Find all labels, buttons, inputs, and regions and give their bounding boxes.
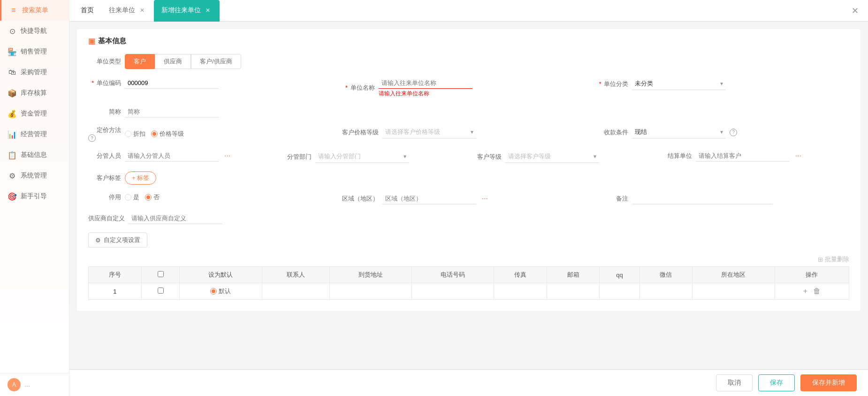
col-wechat: 微信 bbox=[640, 267, 693, 283]
form-row-codes: * 单位编码 * 单位名称 请输入往来单位名称 bbox=[88, 78, 849, 98]
form-item-unit-code: * 单位编码 bbox=[88, 78, 342, 89]
sidebar-item-guide[interactable]: 🎯 新手引导 bbox=[0, 186, 69, 207]
sidebar-item-search[interactable]: ≡ 搜索菜单 bbox=[0, 0, 69, 21]
cell-contact bbox=[262, 283, 329, 300]
form-item-region: 区域（地区） ··· bbox=[342, 193, 596, 204]
form-row-supplier-custom: 供应商自定义 bbox=[88, 213, 849, 224]
col-contact: 联系人 bbox=[262, 267, 329, 283]
custom-settings-button[interactable]: ⚙ 自定义项设置 bbox=[88, 233, 147, 248]
level-arrow-icon: ▾ bbox=[594, 153, 596, 160]
cell-wechat bbox=[640, 283, 693, 300]
dept-label: 分管部门 bbox=[279, 153, 312, 161]
sidebar-item-purchase[interactable]: 🛍 采购管理 bbox=[0, 62, 69, 83]
unit-name-wrapper: 请输入往来单位名称 bbox=[379, 78, 472, 98]
sidebar-item-basic[interactable]: 📋 基础信息 bbox=[0, 145, 69, 165]
pricing-radio-group: 折扣 价格等级 bbox=[125, 130, 184, 138]
manager-input[interactable] bbox=[125, 150, 219, 162]
type-btn-customer[interactable]: 客户 bbox=[125, 54, 155, 69]
save-new-button[interactable]: 保存并新增 bbox=[800, 374, 857, 391]
table-row: 1 默认 bbox=[89, 283, 849, 300]
cell-action: + 🗑 bbox=[775, 283, 849, 300]
save-button[interactable]: 保存 bbox=[758, 374, 795, 391]
sidebar-extra: … bbox=[24, 381, 30, 388]
row-checkbox[interactable] bbox=[158, 287, 164, 294]
type-btn-supplier[interactable]: 供应商 bbox=[155, 54, 191, 69]
cell-check bbox=[141, 283, 180, 300]
row-delete-icon[interactable]: 🗑 bbox=[811, 287, 822, 295]
tab-new-counterparty[interactable]: 新增往来单位 ✕ bbox=[154, 0, 220, 22]
home-icon: ⊙ bbox=[8, 26, 17, 36]
region-input[interactable] bbox=[382, 193, 476, 204]
tab-close-counterparty[interactable]: ✕ bbox=[138, 6, 146, 15]
col-region: 所在地区 bbox=[693, 267, 775, 283]
window-close-icon[interactable]: ✕ bbox=[846, 6, 864, 16]
batch-delete-label[interactable]: 批量删除 bbox=[825, 255, 849, 264]
sidebar: ≡ 搜索菜单 ⊙ 快捷导航 🏪 销售管理 🛍 采购管理 📦 库存核算 💰 资金管… bbox=[0, 0, 69, 396]
form-item-manager: 分管人员 ··· bbox=[88, 150, 279, 162]
form-item-unit-name: * 单位名称 请输入往来单位名称 bbox=[342, 78, 596, 98]
sidebar-item-management[interactable]: 📊 经营管理 bbox=[0, 124, 69, 145]
payment-terms-label: 收款条件 bbox=[595, 128, 628, 137]
cancel-button[interactable]: 取消 bbox=[716, 374, 753, 391]
radio-price-level[interactable]: 价格等级 bbox=[151, 130, 184, 138]
manager-ellipsis-icon[interactable]: ··· bbox=[222, 152, 232, 160]
basic-icon: 📋 bbox=[8, 150, 17, 160]
default-radio-dot bbox=[212, 289, 215, 293]
col-check bbox=[141, 267, 180, 283]
unit-code-input[interactable] bbox=[125, 78, 219, 89]
customer-price-select[interactable]: 请选择客户价格等级 ▾ bbox=[382, 126, 476, 139]
region-label: 区域（地区） bbox=[342, 194, 379, 203]
tab-close-new[interactable]: ✕ bbox=[204, 6, 212, 15]
inventory-icon: 📦 bbox=[8, 88, 17, 98]
unit-category-select[interactable]: 未分类 ▾ bbox=[632, 78, 726, 90]
payment-terms-select[interactable]: 现结 ▾ bbox=[632, 126, 726, 139]
radio-no-circle bbox=[145, 194, 152, 201]
abbr-input[interactable] bbox=[125, 106, 219, 117]
col-default: 设为默认 bbox=[180, 267, 262, 283]
settlement-label: 结算单位 bbox=[659, 152, 692, 160]
supplier-custom-input[interactable] bbox=[129, 213, 222, 224]
form-item-pricing-method: 定价方法 ? 折扣 价格等级 bbox=[88, 126, 342, 142]
row-add-icon[interactable]: + bbox=[801, 287, 809, 295]
radio-discount[interactable]: 折扣 bbox=[125, 130, 145, 138]
sidebar-item-quicknav[interactable]: ⊙ 快捷导航 bbox=[0, 21, 69, 41]
dept-select[interactable]: 请输入分管部门 ▾ bbox=[315, 150, 409, 163]
batch-delete-icon: ⊞ bbox=[818, 256, 823, 263]
sidebar-item-finance[interactable]: 💰 资金管理 bbox=[0, 103, 69, 124]
add-tag-button[interactable]: + 标签 bbox=[125, 171, 156, 185]
sidebar-item-system[interactable]: ⚙ 系统管理 bbox=[0, 165, 69, 186]
form-item-tag: 客户标签 + 标签 bbox=[88, 171, 849, 185]
form-item-customer-price: 客户价格等级 请选择客户价格等级 ▾ bbox=[342, 126, 596, 139]
pricing-help-icon[interactable]: ? bbox=[88, 134, 96, 142]
row-default-radio[interactable]: 默认 bbox=[184, 287, 257, 295]
col-qq: qq bbox=[600, 267, 640, 283]
radio-no-dot bbox=[146, 195, 150, 199]
section-icon: ▣ bbox=[88, 37, 95, 46]
tab-bar: 首页 往来单位 ✕ 新增往来单位 ✕ ✕ bbox=[69, 0, 868, 22]
customer-level-select[interactable]: 请选择客户等级 ▾ bbox=[505, 150, 599, 163]
custom-settings-wrapper: ⚙ 自定义项设置 bbox=[88, 233, 849, 248]
sales-icon: 🏪 bbox=[8, 47, 17, 56]
payment-help-icon[interactable]: ? bbox=[730, 129, 737, 136]
management-icon: 📊 bbox=[8, 130, 17, 139]
sidebar-item-sales[interactable]: 🏪 销售管理 bbox=[0, 41, 69, 62]
remark-input[interactable] bbox=[632, 193, 773, 204]
form-item-settlement: 结算单位 ··· bbox=[659, 150, 850, 162]
col-phone: 电话号码 bbox=[411, 267, 494, 283]
disable-radio-group: 是 否 bbox=[125, 193, 160, 202]
radio-no[interactable]: 否 bbox=[145, 193, 160, 202]
select-all-checkbox[interactable] bbox=[158, 271, 164, 277]
tab-counterparty[interactable]: 往来单位 ✕ bbox=[101, 0, 154, 22]
guide-icon: 🎯 bbox=[8, 192, 17, 201]
sidebar-item-inventory[interactable]: 📦 库存核算 bbox=[0, 83, 69, 103]
cell-address bbox=[329, 283, 411, 300]
col-action: 操作 bbox=[775, 267, 849, 283]
radio-yes[interactable]: 是 bbox=[125, 193, 139, 202]
unit-name-input[interactable] bbox=[379, 78, 472, 89]
settlement-ellipsis-icon[interactable]: ··· bbox=[793, 152, 803, 160]
tab-home[interactable]: 首页 bbox=[73, 0, 101, 22]
settlement-input[interactable] bbox=[696, 150, 790, 162]
region-ellipsis-icon[interactable]: ··· bbox=[480, 194, 490, 203]
type-btn-both[interactable]: 客户/供应商 bbox=[191, 54, 241, 69]
customer-level-label: 客户等级 bbox=[469, 153, 502, 161]
